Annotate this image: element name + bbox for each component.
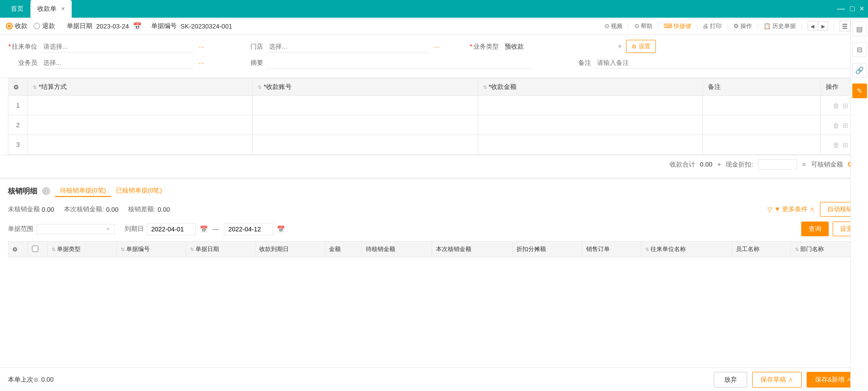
writeoff-tabs: 待核销单据(0笔) 已核销单据(0笔) [55, 185, 167, 197]
close-icon[interactable]: × [860, 4, 864, 13]
row-1-remark[interactable] [703, 96, 820, 115]
row-1-amount[interactable] [478, 96, 703, 115]
tab-pending[interactable]: 待核销单据(0笔) [55, 185, 111, 197]
range-select[interactable]: ▼ [36, 224, 115, 234]
stat-diff: 核销差额: 0.00 [128, 205, 170, 214]
radio-receive[interactable]: 收款 [6, 22, 27, 30]
table-header-row: ⚙ ⇅ *结算方式 ⇅ *收款账号 ⇅ *收款金额 备注 [8, 79, 860, 96]
partner-more-btn[interactable]: ··· [198, 43, 204, 51]
bottom-bar: 本单上次⊙ 0.00 放弃 保存草稿 ∧ 保存&新增 ∧ [0, 367, 868, 391]
date-from-input[interactable] [147, 223, 196, 235]
table-col-gear[interactable]: ⚙ [8, 79, 28, 96]
row-3-amount[interactable] [478, 135, 703, 155]
tab-bar: 首页 收款单 × — □ × [0, 0, 868, 18]
staff-more-btn[interactable]: ··· [198, 59, 204, 67]
window-controls: — □ × [837, 4, 864, 13]
business-dropdown-icon[interactable]: ▼ [617, 43, 623, 50]
wo-col-pending: 待核销金额 [362, 242, 432, 257]
data-table: ⚙ ⇅ *结算方式 ⇅ *收款账号 ⇅ *收款金额 备注 [8, 78, 860, 155]
sidebar-list-icon[interactable]: ⊟ [852, 42, 867, 57]
radio-receive-dot [6, 23, 13, 29]
table-col-remark: 备注 [703, 79, 820, 96]
business-label: *业务类型 [469, 42, 499, 51]
shortcut-btn[interactable]: ⌨ 快捷键 [664, 22, 691, 30]
row-3-account[interactable] [253, 135, 478, 155]
prev-arrow[interactable]: ◀ [808, 21, 817, 31]
business-field: *业务类型 预收款 ▼ ⚙ 设置 [469, 40, 656, 53]
radio-refund-dot [33, 23, 40, 29]
minimize-icon[interactable]: — [837, 4, 845, 13]
table-col-account: ⇅ *收款账号 [253, 79, 478, 96]
row-3-settlement[interactable] [28, 135, 253, 155]
wo-col-type: ⇅ 单据类型 [48, 242, 117, 257]
abandon-button[interactable]: 放弃 [714, 372, 747, 388]
gear-icon: ⚙ [13, 84, 19, 91]
bill-value: SK-20230324-001 [181, 23, 233, 30]
tab-current-label: 收款单 [37, 4, 56, 13]
history-btn[interactable]: 📋 历史单据 [763, 22, 796, 30]
writeoff-section: 核销明细 ⓘ 待核销单据(0笔) 已核销单据(0笔) 未核销金额 0.00 本次… [0, 177, 868, 263]
writeoff-title: 核销明细 ⓘ 待核销单据(0笔) 已核销单据(0笔) [8, 185, 860, 197]
maximize-icon[interactable]: □ [850, 4, 855, 13]
current-value: 0.00 [106, 206, 118, 213]
help-btn[interactable]: ⊙ 帮助 [634, 22, 652, 30]
shop-more-btn[interactable]: ··· [434, 43, 440, 51]
list-view-icon[interactable]: ☰ [840, 21, 850, 31]
toolbar-meta: 单据日期 2023-03-24 📅 单据编号 SK-20230324-001 [67, 22, 232, 30]
row-2-amount[interactable] [478, 115, 703, 135]
shop-input[interactable] [266, 41, 429, 53]
sidebar-table-icon[interactable]: ▤ [852, 22, 867, 36]
table-row: 2 🗑 ⊞ [8, 115, 860, 135]
tab-done[interactable]: 已核销单据(0笔) [111, 185, 167, 197]
date-to-icon[interactable]: 📅 [277, 225, 285, 233]
row-3-copy-icon[interactable]: ⊞ [842, 141, 848, 149]
print-btn[interactable]: 🖨 打印 [703, 22, 722, 30]
table-row: 3 🗑 ⊞ [8, 135, 860, 155]
operations-btn[interactable]: ⚙ 操作 [733, 22, 752, 30]
settings-button[interactable]: ⚙ 设置 [626, 40, 656, 53]
save-draft-button[interactable]: 保存草稿 ∧ [752, 372, 802, 388]
summary-discount-input[interactable] [758, 159, 797, 169]
tab-current[interactable]: 收款单 × [30, 0, 72, 18]
summary-input[interactable] [266, 57, 532, 69]
sidebar-edit-icon[interactable]: ✎ [852, 84, 867, 98]
writeoff-info-icon[interactable]: ⓘ [42, 187, 50, 195]
date-to-input[interactable] [224, 223, 273, 235]
wo-col-gear[interactable]: ⚙ [8, 242, 28, 257]
toolbar-right: ⊙ 视频 | ⊙ 帮助 | ⌨ 快捷键 | 🖨 打印 | ⚙ 操作 [604, 21, 862, 31]
radio-refund[interactable]: 退款 [33, 22, 55, 30]
row-1-settlement[interactable] [28, 96, 253, 115]
row-1-account[interactable] [253, 96, 478, 115]
row-2-remark[interactable] [703, 115, 820, 135]
row-2-delete-icon[interactable]: 🗑 [833, 121, 840, 129]
table-col-settlement: ⇅ *结算方式 [28, 79, 253, 96]
video-btn[interactable]: ⊙ 视频 [604, 22, 623, 30]
calendar-icon[interactable]: 📅 [133, 22, 141, 30]
sidebar-link-icon[interactable]: 🔗 [852, 63, 867, 78]
shop-label: 门店 [234, 42, 263, 51]
history-icon: 📋 [763, 23, 771, 29]
query-button[interactable]: 查询 [801, 222, 829, 236]
tab-home[interactable]: 首页 [4, 0, 30, 18]
row-2-copy-icon[interactable]: ⊞ [842, 121, 848, 129]
date-from-icon[interactable]: 📅 [200, 225, 208, 233]
diff-value: 0.00 [158, 206, 170, 213]
wo-col-due-date: 收款到期日 [255, 242, 325, 257]
staff-input[interactable] [40, 57, 193, 69]
wo-col-order: 销售订单 [582, 242, 641, 257]
row-1-copy-icon[interactable]: ⊞ [842, 102, 848, 110]
row-2-account[interactable] [253, 115, 478, 135]
row-2-settlement[interactable] [28, 115, 253, 135]
partner-input[interactable] [40, 41, 193, 53]
more-conditions-btn[interactable]: ▽ ▼ 更多条件 ∧ [767, 205, 815, 214]
wo-gear-icon: ⚙ [12, 246, 18, 253]
row-3-remark[interactable] [703, 135, 820, 155]
wo-col-staff: 员工名称 [732, 242, 791, 257]
next-arrow[interactable]: ▶ [818, 21, 828, 31]
remark-input[interactable] [594, 57, 860, 69]
wo-check-all[interactable] [32, 246, 38, 252]
row-3-delete-icon[interactable]: 🗑 [833, 141, 840, 149]
tab-close-icon[interactable]: × [61, 5, 65, 12]
row-1-delete-icon[interactable]: 🗑 [833, 102, 840, 110]
wo-col-check[interactable] [28, 242, 48, 257]
